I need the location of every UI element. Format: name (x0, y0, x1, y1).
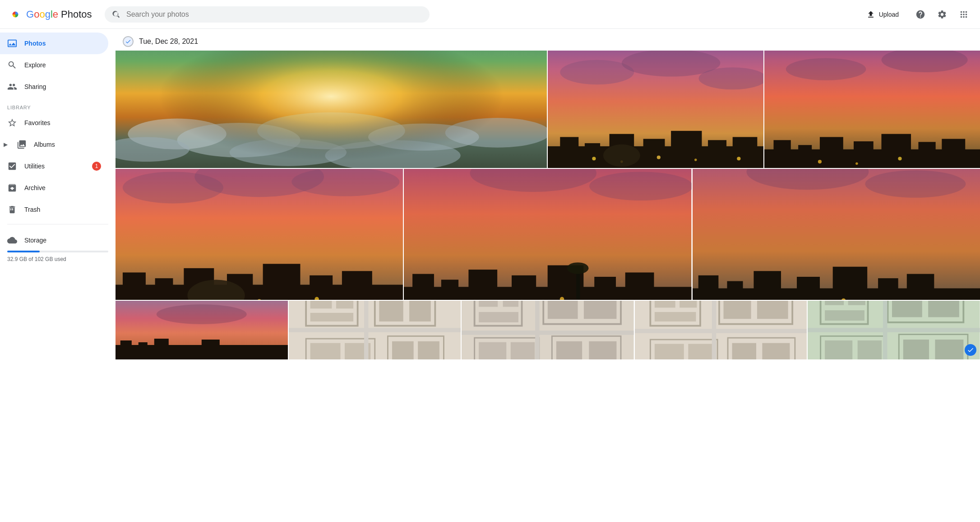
favorites-label: Favorites (24, 119, 51, 126)
svg-rect-153 (825, 340, 853, 359)
aerial-map-1-svg (289, 301, 461, 359)
logo: Google Photos (7, 6, 97, 23)
svg-point-69 (589, 172, 691, 200)
photo-aerial-map-1[interactable] (289, 301, 461, 359)
svg-rect-63 (469, 270, 498, 300)
photo-city-sunset-4[interactable] (404, 169, 691, 300)
storage-bar (7, 251, 108, 252)
aerial-map-2-svg (462, 301, 634, 359)
albums-expand-icon: ▶ (4, 141, 8, 148)
sidebar-item-favorites[interactable]: Favorites (0, 112, 108, 134)
storage-header: Storage (7, 235, 108, 245)
apps-icon (959, 9, 969, 19)
main-layout: Photos Explore Sharing LIBRARY (0, 29, 980, 522)
svg-point-24 (603, 144, 640, 167)
svg-rect-66 (595, 277, 616, 300)
svg-rect-102 (379, 301, 403, 322)
sidebar-item-photos[interactable]: Photos (0, 33, 108, 54)
svg-rect-115 (503, 301, 518, 307)
svg-rect-31 (798, 145, 812, 165)
photo-city-sunset-3[interactable] (116, 169, 403, 300)
explore-icon (7, 60, 17, 70)
photos-label: Photos (24, 40, 46, 47)
svg-rect-15 (643, 139, 665, 162)
svg-rect-92 (139, 342, 148, 350)
svg-rect-34 (881, 134, 911, 166)
svg-point-95 (157, 304, 247, 324)
svg-rect-118 (548, 301, 578, 319)
search-icon (112, 10, 121, 19)
svg-rect-77 (698, 275, 718, 300)
svg-rect-35 (918, 142, 935, 165)
svg-rect-119 (584, 301, 617, 319)
svg-rect-109 (418, 341, 439, 359)
svg-rect-135 (757, 301, 788, 319)
photo-city-sunset-5[interactable] (693, 169, 980, 300)
sidebar-item-sharing[interactable]: Sharing (0, 76, 108, 98)
svg-rect-124 (556, 341, 582, 359)
trash-icon (7, 205, 17, 214)
svg-rect-134 (723, 301, 751, 319)
svg-rect-82 (878, 278, 898, 300)
apps-button[interactable] (955, 5, 973, 23)
photo-aerial-map-4-checked[interactable] (808, 301, 980, 359)
svg-rect-122 (511, 342, 535, 359)
sidebar-item-trash[interactable]: Trash (0, 199, 108, 220)
svg-rect-91 (120, 340, 132, 350)
svg-rect-154 (858, 340, 882, 359)
photo-aerial-sunset[interactable] (116, 51, 547, 168)
settings-button[interactable] (933, 5, 951, 23)
svg-point-52 (123, 172, 223, 203)
svg-rect-151 (929, 301, 960, 317)
svg-rect-61 (412, 274, 434, 300)
upload-label: Upload (879, 11, 899, 18)
svg-rect-116 (479, 312, 518, 322)
svg-point-38 (855, 162, 858, 164)
logo-photos-text: Photos (61, 9, 92, 20)
upload-button[interactable]: Upload (857, 6, 908, 23)
photo-sunset-partial[interactable] (116, 301, 288, 359)
svg-rect-36 (942, 139, 965, 165)
utilities-icon (7, 161, 17, 171)
svg-rect-98 (310, 301, 332, 308)
svg-rect-12 (560, 137, 578, 162)
photo-check-overlay (965, 344, 976, 356)
sidebar-divider (7, 224, 108, 224)
logo-text: Google Photos (26, 9, 92, 20)
svg-point-39 (898, 157, 901, 160)
search-input[interactable] (126, 10, 422, 19)
svg-rect-150 (892, 301, 922, 317)
help-button[interactable] (911, 5, 929, 23)
svg-rect-99 (336, 301, 353, 308)
photo-city-sunset-1[interactable] (548, 51, 763, 168)
aerial-sunset-svg (116, 51, 547, 168)
cloud-icon (7, 235, 17, 245)
svg-rect-18 (733, 137, 758, 162)
trash-label: Trash (24, 206, 40, 213)
city-sunset-2-svg (764, 51, 980, 168)
aerial-map-4-svg (808, 301, 980, 359)
sidebar-item-explore[interactable]: Explore (0, 54, 108, 76)
date-header: Tue, Dec 28, 2021 (116, 29, 980, 51)
svg-point-21 (657, 155, 661, 159)
sidebar-item-utilities[interactable]: Utilities 1 (0, 155, 108, 177)
albums-label: Albums (34, 141, 55, 148)
search-bar[interactable] (105, 6, 430, 23)
svg-rect-141 (762, 343, 790, 359)
sidebar-item-archive[interactable]: Archive (0, 177, 108, 199)
svg-rect-80 (797, 277, 820, 300)
svg-rect-137 (655, 344, 684, 359)
svg-rect-64 (512, 275, 536, 300)
photo-city-sunset-2[interactable] (764, 51, 980, 168)
svg-rect-33 (854, 141, 874, 165)
photo-aerial-map-2[interactable] (462, 301, 634, 359)
date-select-checkbox[interactable] (123, 36, 134, 47)
sidebar-item-albums[interactable]: ▶ Albums (0, 134, 108, 155)
library-section-label: LIBRARY (0, 98, 116, 112)
svg-rect-131 (680, 301, 697, 308)
photo-aerial-map-3[interactable] (635, 301, 807, 359)
svg-rect-100 (310, 313, 353, 322)
storage-bar-fill (7, 251, 40, 252)
date-label: Tue, Dec 28, 2021 (139, 37, 198, 46)
svg-rect-9 (116, 51, 547, 168)
